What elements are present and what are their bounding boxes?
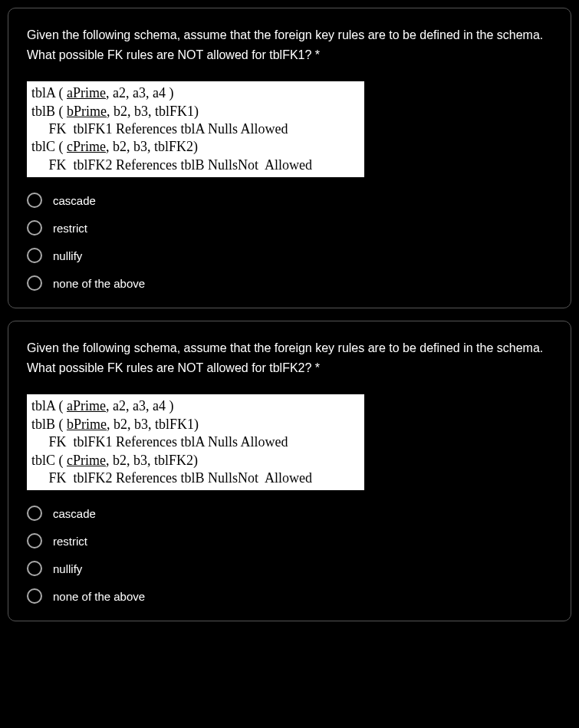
options-group: cascade restrict nullify none of the abo… xyxy=(27,506,552,604)
schema-line: tblB ( bPrime, b2, b3, tblFK1) xyxy=(31,416,360,433)
option-none-of-the-above[interactable]: none of the above xyxy=(27,588,552,604)
schema-line: FK tblFK1 References tblA Nulls Allowed xyxy=(31,120,360,138)
option-label: restrict xyxy=(53,535,87,548)
schema-line: tblA ( aPrime, a2, a3, a4 ) xyxy=(31,397,360,415)
option-label: nullify xyxy=(53,562,82,575)
option-label: none of the above xyxy=(53,277,145,290)
option-cascade[interactable]: cascade xyxy=(27,506,552,521)
option-label: nullify xyxy=(53,249,82,262)
question-card-1: Given the following schema, assume that … xyxy=(8,8,571,308)
option-label: cascade xyxy=(53,194,96,207)
radio-icon xyxy=(27,275,42,291)
schema-box: tblA ( aPrime, a2, a3, a4 ) tblB ( bPrim… xyxy=(27,81,364,177)
schema-line: FK tblFK2 References tblB NullsNot Allow… xyxy=(31,469,360,487)
options-group: cascade restrict nullify none of the abo… xyxy=(27,193,552,291)
schema-line: tblC ( cPrime, b2, b3, tblFK2) xyxy=(31,452,360,469)
radio-icon xyxy=(27,588,42,604)
option-restrict[interactable]: restrict xyxy=(27,533,552,548)
option-none-of-the-above[interactable]: none of the above xyxy=(27,275,552,291)
schema-line: FK tblFK1 References tblA Nulls Allowed xyxy=(31,433,360,451)
radio-icon xyxy=(27,220,42,236)
option-label: cascade xyxy=(53,507,96,520)
option-restrict[interactable]: restrict xyxy=(27,220,552,236)
schema-line: tblA ( aPrime, a2, a3, a4 ) xyxy=(31,84,360,102)
schema-line: tblB ( bPrime, b2, b3, tblFK1) xyxy=(31,103,360,120)
question-card-2: Given the following schema, assume that … xyxy=(8,321,571,621)
radio-icon xyxy=(27,561,42,576)
radio-icon xyxy=(27,193,42,208)
schema-line: tblC ( cPrime, b2, b3, tblFK2) xyxy=(31,138,360,156)
option-cascade[interactable]: cascade xyxy=(27,193,552,208)
question-prompt: Given the following schema, assume that … xyxy=(27,25,552,64)
option-nullify[interactable]: nullify xyxy=(27,248,552,263)
radio-icon xyxy=(27,248,42,263)
option-nullify[interactable]: nullify xyxy=(27,561,552,576)
radio-icon xyxy=(27,533,42,548)
question-prompt: Given the following schema, assume that … xyxy=(27,338,552,377)
option-label: restrict xyxy=(53,222,87,235)
option-label: none of the above xyxy=(53,590,145,603)
radio-icon xyxy=(27,506,42,521)
schema-line: FK tblFK2 References tblB NullsNot Allow… xyxy=(31,156,360,174)
schema-box: tblA ( aPrime, a2, a3, a4 ) tblB ( bPrim… xyxy=(27,394,364,490)
